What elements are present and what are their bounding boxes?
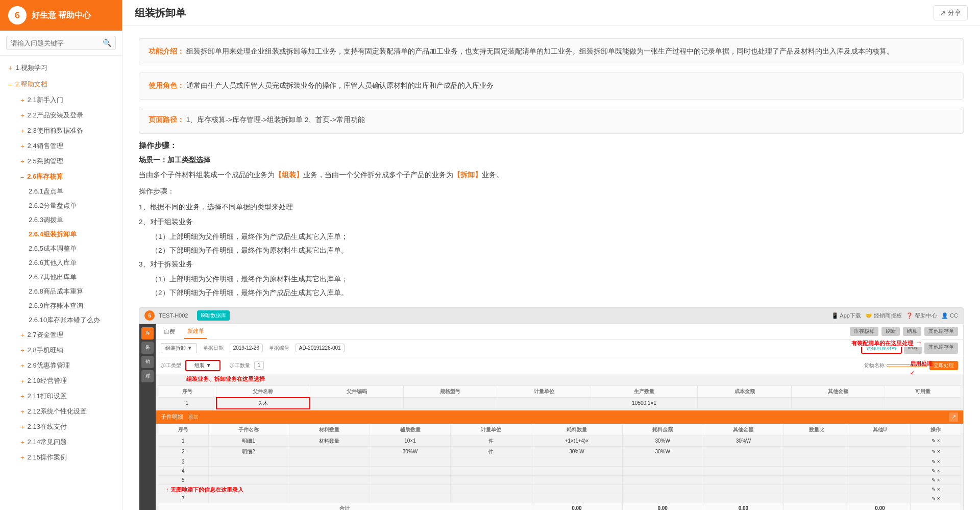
share-icon: ↗ <box>940 9 946 17</box>
page-title: 组装拆卸单 <box>135 6 186 20</box>
step2-sub2: （2）下部明细为子件明细，最终作为原材料生成其它出库单。 <box>151 245 964 257</box>
mock-left-nav: 库 采 销 财 <box>139 324 156 510</box>
site-title: 好生意 帮助中心 <box>32 10 91 21</box>
mock-form-header: 组装拆卸 ▼ 单据日期 2019-12-26 单据编号 AD-20191226-… <box>156 339 963 357</box>
step3-sub: （1）上部明细为父件明细，最终作为原材料生成其它出库单； （2）下部明细为子件明… <box>139 274 964 299</box>
path-label: 页面路径： <box>149 116 184 124</box>
logo: 6 <box>8 6 27 25</box>
mock-qty-val: 1 <box>254 361 264 370</box>
sidebar-item-docs[interactable]: – 2.帮助文档 <box>0 76 122 92</box>
sidebar-item-purchase[interactable]: + 2.5采购管理 <box>12 154 122 169</box>
content-area: 功能介绍： 组装拆卸单用来处理企业组装或拆卸等加工业务，支持有固定装配清单的产品… <box>122 26 980 510</box>
sidebar-item-inventory[interactable]: – 2.6库存核算 <box>12 169 122 184</box>
sidebar-item-faq[interactable]: + 2.14常见问题 <box>12 434 122 450</box>
section-hint: 添加 <box>188 414 199 421</box>
sidebar-item-adjust[interactable]: 2.6.3调拨单 <box>20 213 122 227</box>
scenario1-title: 场景一：加工类型选择 <box>139 156 964 165</box>
sidebar-item-custom[interactable]: + 2.12系统个性化设置 <box>12 404 122 419</box>
mock-lower-table-container: 序号 子件名称 材料数量 辅助数量 计量单位 耗料数量 耗料金额 其他金额 <box>156 424 963 510</box>
sidebar-item-other-out[interactable]: 2.6.7其他出库单 <box>20 270 122 284</box>
sidebar: 6 好生意 帮助中心 🔍 + 1.视频学习 – 2.帮助文档 + 2 <box>0 0 122 510</box>
sidebar-item-stocktake[interactable]: 2.6.1盘点单 <box>20 184 122 199</box>
mock-annotation1: 有装配清单的在这里处理 → <box>851 338 922 347</box>
sidebar-item-print[interactable]: + 2.11打印设置 <box>12 388 122 404</box>
sidebar-item-payment[interactable]: + 2.13在线支付 <box>12 419 122 434</box>
annotation4-label: ↑ 无图地添下的信息在这里录入 <box>166 487 243 493</box>
mock-btn-other: 其他库存单 <box>924 327 958 336</box>
mock-qty-label: 加工数量 <box>230 362 250 369</box>
mock-section-divider: 子件明细 添加 ↗ <box>156 410 963 424</box>
sidebar-item-wrong[interactable]: 2.6.10库存账本错了么办 <box>20 313 122 327</box>
th-other-u: 其他U <box>849 424 911 435</box>
plus-icon: + <box>20 377 24 385</box>
plus-icon: + <box>20 408 24 416</box>
nav-tree: + 1.视频学习 – 2.帮助文档 + 2.1新手入门 + 2.2产品安装及登录 <box>0 56 122 510</box>
mock-lower-table: 序号 子件名称 材料数量 辅助数量 计量单位 耗料数量 耗料金额 其他金额 <box>158 424 961 510</box>
sidebar-header: 6 好生意 帮助中心 <box>0 0 122 31</box>
share-button[interactable]: ↗ 分享 <box>934 5 968 20</box>
steps-intro-text: 操作步骤： <box>139 185 964 198</box>
mock-tab-main: 自费 <box>161 324 178 339</box>
nav-section-docs: – 2.帮助文档 + 2.1新手入门 + 2.2产品安装及登录 + 2.3使用前… <box>0 76 122 465</box>
plus-icon: + <box>20 454 24 462</box>
sidebar-item-partial[interactable]: 2.6.2分量盘点单 <box>20 199 122 213</box>
th-other: 其他金额 <box>791 385 885 398</box>
th-child-name: 子件名称 <box>208 424 289 435</box>
plus-icon: + <box>20 423 24 431</box>
search-box[interactable]: 🔍 <box>6 36 116 50</box>
mock-tabs: 自费 新建单 库存核算 刷新 结算 其他库存单 <box>156 324 963 339</box>
th-parent-code: 父件编码 <box>310 385 403 398</box>
plus-icon: + <box>20 439 24 446</box>
sidebar-item-mobile[interactable]: + 2.8手机旺铺 <box>12 343 122 358</box>
th-consume-qty: 耗料数量 <box>531 424 622 435</box>
sidebar-item-ledger[interactable]: 2.6.9库存账本查询 <box>20 299 122 313</box>
plus-icon: + <box>20 142 24 150</box>
nav-sub-docs: + 2.1新手入门 + 2.2产品安装及登录 + 2.3使用前数据准备 + 2.… <box>0 92 122 465</box>
td-avail <box>885 398 961 409</box>
section-expand-icon: ↗ <box>949 412 958 422</box>
sidebar-item-other-in[interactable]: 2.6.6其他入库单 <box>20 256 122 270</box>
table-row-2: 2 明细2 30%W 件 30%W 30%W <box>158 446 961 457</box>
mock-btn-refresh: 刷新 <box>881 327 900 336</box>
step-list: 1、根据不同的业务，选择不同单据的类型来处理 2、对于组装业务 （1）上部明细为… <box>139 202 964 299</box>
th-consume-amt: 耗料金额 <box>622 424 703 435</box>
search-icon[interactable]: 🔍 <box>103 39 111 47</box>
mock-annotation2: 组装业务、拆卸业务在这里选择 <box>186 374 265 383</box>
annotation3-label: 启用处理 <box>910 360 933 367</box>
th-spec: 规格型号 <box>403 385 497 398</box>
mock-type-select: 组装 ▼ <box>185 360 220 371</box>
th-op: 操作 <box>911 424 961 435</box>
mock-app-name: TEST-H002 <box>159 312 188 319</box>
steps-label: 操作步骤： <box>139 141 964 151</box>
sidebar-item-goods-cost[interactable]: 2.6.8商品成本重算 <box>20 284 122 299</box>
role-label: 使用角色： <box>149 82 184 89</box>
th-aux-qty: 辅助数量 <box>370 424 450 435</box>
td-other <box>791 398 885 409</box>
th-unit: 计量单位 <box>497 385 591 398</box>
sidebar-item-prepare[interactable]: + 2.3使用前数据准备 <box>12 123 122 138</box>
mock-upper-table: 序号 父件名称 父件编码 规格型号 计量单位 生产数量 成本金额 其他金额 <box>158 385 961 409</box>
sidebar-item-finance[interactable]: + 2.7资金管理 <box>12 327 122 343</box>
search-input[interactable] <box>11 39 103 47</box>
search-area: 🔍 <box>0 31 122 56</box>
sidebar-item-ops[interactable]: + 2.10经营管理 <box>12 373 122 388</box>
sidebar-item-newbie[interactable]: + 2.1新手入门 <box>12 92 122 108</box>
sidebar-item-assembly[interactable]: 2.6.4组装拆卸单 <box>20 227 122 241</box>
sidebar-item-sales[interactable]: + 2.4销售管理 <box>12 138 122 154</box>
sidebar-item-label: 1.视频学习 <box>15 63 47 72</box>
sidebar-item-install[interactable]: + 2.2产品安装及登录 <box>12 108 122 123</box>
sidebar-item-cost[interactable]: 2.6.5成本调整单 <box>20 241 122 256</box>
nav-section-video: + 1.视频学习 <box>0 60 122 76</box>
th-cost: 成本金额 <box>698 385 791 398</box>
sidebar-item-cases[interactable]: + 2.15操作案例 <box>12 450 122 465</box>
mock-screenshot: 6 TEST-H002 刷新数据库 📱 App下载 🤝 经销商授权 ❓ 帮助中心… <box>139 308 963 510</box>
sidebar-item-coupon[interactable]: + 2.9优惠券管理 <box>12 358 122 373</box>
sidebar-item-video[interactable]: + 1.视频学习 <box>0 60 122 76</box>
intro-block: 功能介绍： 组装拆卸单用来处理企业组装或拆卸等加工业务，支持有固定装配清单的产品… <box>139 38 964 65</box>
td-seq: 1 <box>158 398 216 409</box>
mock-annotation4: ↑ 无图地添下的信息在这里录入 <box>166 485 243 494</box>
th-other-amt: 其他金额 <box>703 424 783 435</box>
step3-sub1: （1）上部明细为父件明细，最终作为原材料生成其它出库单； <box>151 274 964 285</box>
mock-nav-icon1: 库 <box>141 327 154 339</box>
main-content: 组装拆卸单 ↗ 分享 功能介绍： 组装拆卸单用来处理企业组装或拆卸等加工业务，支… <box>122 0 980 510</box>
